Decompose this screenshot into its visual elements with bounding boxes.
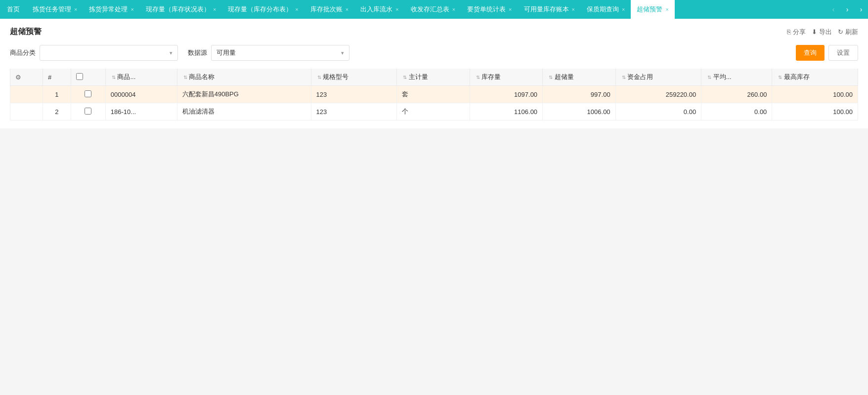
table-row: 2 186-10... 机油滤清器 123 个 1106.00 1006.00 … — [10, 103, 858, 120]
close-tab-5-icon[interactable]: × — [346, 6, 348, 12]
row-checkbox-cell[interactable] — [71, 103, 105, 120]
row-num-cell: 1 — [43, 86, 71, 103]
row-spec: 123 — [311, 103, 397, 120]
row-checkbox[interactable] — [85, 90, 91, 97]
export-icon: ⬇ — [812, 28, 817, 36]
tab-2[interactable]: 拣货异常处理 × — [83, 0, 139, 19]
tab-5[interactable]: 库存批次账 × — [304, 0, 354, 19]
tab-1[interactable]: 拣货任务管理 × — [27, 0, 83, 19]
close-tab-1-icon[interactable]: × — [74, 6, 77, 12]
th-capital[interactable]: ⇅ 资金占用 — [615, 69, 701, 86]
sort-icon-avg: ⇅ — [707, 75, 711, 80]
th-avg[interactable]: ⇅ 平均... — [701, 69, 772, 86]
row-max-stock: 100.00 — [772, 103, 858, 120]
close-tab-2-icon[interactable]: × — [130, 6, 133, 12]
sort-icon-name: ⇅ — [183, 75, 187, 80]
nav-prev-button[interactable]: ‹ — [826, 0, 840, 19]
row-checkbox-cell[interactable] — [71, 86, 105, 103]
tab-6[interactable]: 出入库流水 × — [354, 0, 404, 19]
product-category-select[interactable]: ▾ — [40, 45, 178, 61]
data-source-value: 可用量 — [217, 48, 236, 57]
th-overflow[interactable]: ⇅ 超储量 — [543, 69, 616, 86]
tab-3[interactable]: 现存量（库存状况表） × — [140, 0, 222, 19]
sort-icon: ⇅ — [112, 75, 116, 80]
refresh-button[interactable]: ↻ 刷新 — [838, 28, 858, 37]
row-product-code: 0000004 — [105, 86, 177, 103]
row-capital: 259220.00 — [615, 86, 701, 103]
gear-icon[interactable]: ⚙ — [15, 74, 21, 81]
table-header-row: ⚙ # ⇅ 商品... ⇅ 商品名称 ⇅ 规格型号 — [10, 69, 858, 86]
sort-icon-spec: ⇅ — [317, 75, 321, 80]
close-tab-3-icon[interactable]: × — [213, 6, 216, 12]
row-checkbox[interactable] — [85, 108, 91, 115]
row-stock: 1106.00 — [470, 103, 543, 120]
refresh-icon: ↻ — [838, 28, 843, 36]
row-unit: 个 — [397, 103, 470, 120]
close-tab-10-icon[interactable]: × — [622, 6, 625, 12]
data-source-filter: 数据源 可用量 ▾ — [188, 45, 349, 61]
query-button[interactable]: 查询 — [796, 45, 825, 61]
close-tab-6-icon[interactable]: × — [395, 6, 398, 12]
row-gear-cell — [10, 86, 43, 103]
filter-actions: 查询 设置 — [796, 45, 858, 61]
th-max-stock[interactable]: ⇅ 最高库存 — [772, 69, 858, 86]
th-unit[interactable]: ⇅ 主计量 — [397, 69, 470, 86]
sort-icon-overflow: ⇅ — [549, 75, 553, 80]
tab-7[interactable]: 收发存汇总表 × — [405, 0, 461, 19]
close-tab-4-icon[interactable]: × — [295, 6, 298, 12]
page-title: 超储预警 — [10, 27, 42, 37]
row-stock: 1097.00 — [470, 86, 543, 103]
th-row-num: # — [43, 69, 71, 86]
tab-10[interactable]: 保质期查询 × — [581, 0, 631, 19]
close-tab-9-icon[interactable]: × — [572, 6, 575, 12]
top-nav: 首页 拣货任务管理 × 拣货异常处理 × 现存量（库存状况表） × 现存量（库存… — [0, 0, 868, 19]
close-tab-11-icon[interactable]: × — [665, 6, 668, 12]
row-overflow: 1006.00 — [543, 103, 616, 120]
th-product-code[interactable]: ⇅ 商品... — [105, 69, 177, 86]
product-category-label: 商品分类 — [10, 48, 36, 57]
th-product-name[interactable]: ⇅ 商品名称 — [177, 69, 311, 86]
tab-9[interactable]: 可用量库存账本 × — [518, 0, 581, 19]
share-icon: ⎘ — [787, 28, 791, 36]
row-max-stock: 100.00 — [772, 86, 858, 103]
tab-4[interactable]: 现存量（库存分布表） × — [222, 0, 304, 19]
row-avg: 0.00 — [701, 103, 772, 120]
filter-bar: 商品分类 ▾ 数据源 可用量 ▾ 查询 设置 — [10, 45, 858, 61]
header-actions: ⎘ 分享 ⬇ 导出 ↻ 刷新 — [787, 28, 858, 37]
row-product-name: 机油滤清器 — [177, 103, 311, 120]
th-gear[interactable]: ⚙ — [10, 69, 43, 86]
data-source-arrow-icon: ▾ — [341, 50, 344, 56]
nav-arrows: ‹ › › — [826, 0, 868, 19]
data-source-select[interactable]: 可用量 ▾ — [211, 45, 349, 61]
page-header: 超储预警 ⎘ 分享 ⬇ 导出 ↻ 刷新 — [10, 27, 858, 37]
th-checkbox — [71, 69, 105, 86]
settings-button[interactable]: 设置 — [828, 45, 858, 61]
page-content: 超储预警 ⎘ 分享 ⬇ 导出 ↻ 刷新 商品分类 ▾ 数据源 — [0, 19, 868, 128]
select-all-checkbox[interactable] — [76, 73, 83, 80]
sort-icon-capital: ⇅ — [622, 75, 626, 80]
share-button[interactable]: ⎘ 分享 — [787, 28, 806, 37]
data-table: ⚙ # ⇅ 商品... ⇅ 商品名称 ⇅ 规格型号 — [10, 69, 858, 120]
row-overflow: 997.00 — [543, 86, 616, 103]
th-stock[interactable]: ⇅ 库存量 — [470, 69, 543, 86]
sort-icon-unit: ⇅ — [403, 75, 407, 80]
close-tab-8-icon[interactable]: × — [509, 6, 512, 12]
row-capital: 0.00 — [615, 103, 701, 120]
tab-11[interactable]: 超储预警 × — [631, 0, 674, 19]
row-avg: 260.00 — [701, 86, 772, 103]
product-category-arrow-icon: ▾ — [170, 50, 173, 56]
nav-more-button[interactable]: › — [854, 0, 868, 19]
row-gear-cell — [10, 103, 43, 120]
tab-8[interactable]: 要货单统计表 × — [461, 0, 518, 19]
data-source-label: 数据源 — [188, 48, 207, 57]
nav-home[interactable]: 首页 — [0, 5, 27, 14]
sort-icon-max: ⇅ — [778, 75, 782, 80]
product-category-filter: 商品分类 ▾ — [10, 45, 178, 61]
export-button[interactable]: ⬇ 导出 — [812, 28, 832, 37]
close-tab-7-icon[interactable]: × — [452, 6, 455, 12]
row-num-cell: 2 — [43, 103, 71, 120]
row-unit: 套 — [397, 86, 470, 103]
th-spec[interactable]: ⇅ 规格型号 — [311, 69, 397, 86]
row-product-name: 六配套新昌490BPG — [177, 86, 311, 103]
nav-next-button[interactable]: › — [840, 0, 854, 19]
